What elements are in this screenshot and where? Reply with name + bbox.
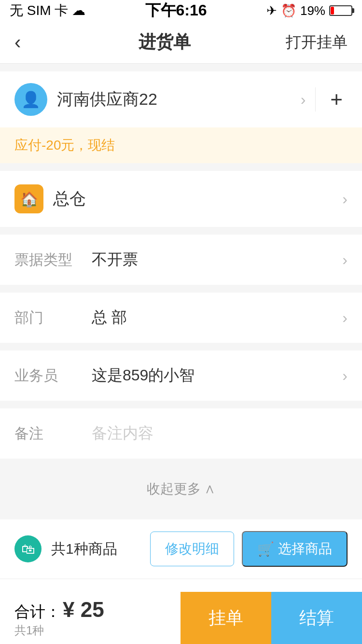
sim-signal: 无 SIM 卡 ☁ [10,1,85,20]
chevron-right-icon: › [342,251,348,269]
open-pending-button[interactable]: 打开挂单 [286,32,348,53]
suspend-button[interactable]: 挂单 [181,592,271,644]
invoice-section: 票据类型 不开票 › [0,235,362,285]
supplier-row[interactable]: 👤 河南供应商22 › + [0,71,362,127]
cart-icon: 🛒 [257,541,274,557]
total-section: 合计： ¥ 25 共1种 [0,598,181,638]
warehouse-row[interactable]: 🏠 总仓 › [0,171,362,227]
remark-section: 备注 备注内容 [0,408,362,459]
supplier-avatar: 👤 [14,83,47,116]
invoice-value: 不开票 [92,249,342,270]
warehouse-section: 🏠 总仓 › [0,171,362,227]
add-supplier-button[interactable]: + [325,87,348,112]
select-product-button[interactable]: 🛒 选择商品 [242,531,348,567]
salesperson-section: 业务员 这是859的小智 › [0,350,362,401]
remark-row[interactable]: 备注 备注内容 [0,408,362,459]
remark-label: 备注 [14,424,92,444]
edit-detail-button[interactable]: 修改明细 [150,532,234,566]
department-section: 部门 总 部 › [0,293,362,343]
invoice-row[interactable]: 票据类型 不开票 › [0,235,362,285]
salesperson-value: 这是859的小智 [92,365,342,386]
chevron-right-icon: › [301,91,306,109]
page-title: 进货单 [139,30,191,54]
nav-bar: ‹ 进货单 打开挂单 [0,21,362,64]
back-button[interactable]: ‹ [14,31,43,53]
supplier-name: 河南供应商22 [57,88,301,111]
chevron-right-icon: › [342,367,348,385]
person-icon: 👤 [21,90,41,109]
department-value: 总 部 [92,307,342,328]
status-time: 下午6:16 [145,0,207,21]
alarm-icon: ⏰ [281,3,296,18]
products-icon: 🛍 [14,535,42,562]
warning-banner: 应付-20元，现结 [0,127,362,163]
status-bar: 无 SIM 卡 ☁ 下午6:16 ✈ ⏰ 19% [0,0,362,21]
supplier-section: 👤 河南供应商22 › + 应付-20元，现结 [0,71,362,163]
remark-input[interactable]: 备注内容 [92,423,348,444]
products-header: 🛍 共1种商品 修改明细 🛒 选择商品 [0,519,362,578]
battery-icon [329,5,352,16]
vertical-divider [315,87,316,112]
status-left: 无 SIM 卡 ☁ [10,1,85,20]
shopping-icon: 🛍 [21,541,35,557]
collapse-more-button[interactable]: 收起更多 ∧ [0,466,362,512]
bottom-bar: 合计： ¥ 25 共1种 挂单 结算 [0,592,362,644]
department-row[interactable]: 部门 总 部 › [0,293,362,343]
salesperson-label: 业务员 [14,366,92,386]
department-label: 部门 [14,308,92,328]
total-label: 合计： [14,602,61,623]
salesperson-row[interactable]: 业务员 这是859的小智 › [0,350,362,401]
chevron-right-icon: › [342,190,348,208]
total-amount: ¥ 25 [63,598,104,622]
checkout-button[interactable]: 结算 [271,592,362,644]
warehouse-name: 总仓 [53,188,342,210]
location-icon: ✈ [266,3,277,18]
invoice-label: 票据类型 [14,250,92,270]
battery-percent: 19% [300,3,325,18]
status-right: ✈ ⏰ 19% [266,3,352,18]
warehouse-icon: 🏠 [14,184,43,213]
products-count: 共1种商品 [51,539,150,559]
total-count: 共1种 [14,623,166,638]
chevron-right-icon: › [342,309,348,327]
